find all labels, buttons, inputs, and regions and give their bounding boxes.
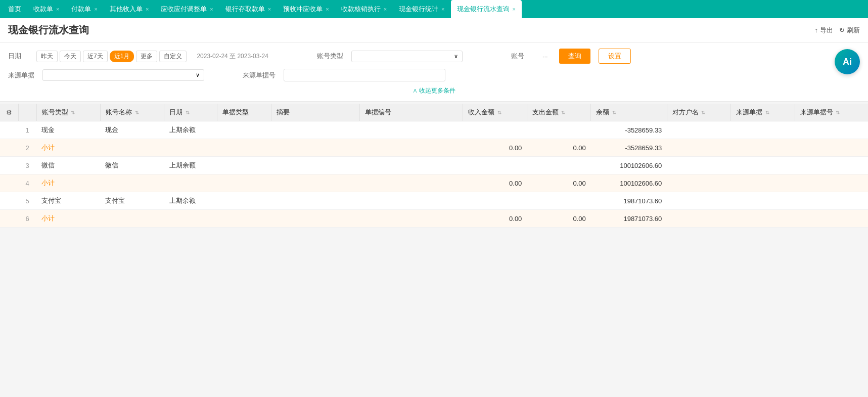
- row-account-type: 微信: [36, 157, 100, 174]
- row-source-doc: [731, 139, 795, 157]
- close-icon[interactable]: ×: [441, 0, 444, 18]
- row-doc-type: [217, 139, 271, 157]
- close-icon[interactable]: ×: [146, 0, 149, 18]
- nav-cash-bank-stats[interactable]: 现金银行统计 ×: [393, 0, 450, 18]
- date-label: 日期: [8, 52, 28, 61]
- nav-cash-bank-stats-label: 现金银行统计: [399, 0, 438, 18]
- date-btn-7days[interactable]: 近7天: [83, 51, 108, 62]
- refresh-label: 刷新: [847, 26, 860, 35]
- col-summary: 摘要: [271, 104, 359, 121]
- close-icon[interactable]: ×: [56, 0, 59, 18]
- col-account-type[interactable]: 账号类型 ⇅: [36, 104, 100, 121]
- col-doc-no: 单据编号: [360, 104, 463, 121]
- row-number: 2: [18, 139, 36, 157]
- row-number: 5: [18, 192, 36, 210]
- nav-receivable-adjust[interactable]: 应收应付调整单 ×: [155, 0, 219, 18]
- date-btn-custom[interactable]: 自定义: [159, 51, 187, 62]
- close-icon[interactable]: ×: [513, 0, 516, 18]
- col-balance[interactable]: 余额 ⇅: [591, 104, 667, 121]
- refresh-button[interactable]: ↻ 刷新: [839, 26, 860, 35]
- row-doc-no: [360, 121, 463, 139]
- close-icon[interactable]: ×: [94, 0, 97, 18]
- table-row: 5 支付宝 支付宝 上期余额 19871073.60: [0, 192, 868, 210]
- row-number: 6: [18, 210, 36, 228]
- close-icon[interactable]: ×: [384, 0, 387, 18]
- refresh-icon: ↻: [839, 26, 845, 34]
- close-icon[interactable]: ×: [268, 0, 271, 18]
- row-account-type: 小计: [36, 139, 100, 157]
- collapse-button[interactable]: ∧ 收起更多条件: [8, 86, 860, 95]
- export-icon: ↑: [815, 26, 818, 34]
- row-account-name: 微信: [100, 157, 164, 174]
- col-counterparty[interactable]: 对方户名 ⇅: [667, 104, 730, 121]
- row-doc-type: [217, 192, 271, 210]
- nav-bank-deposit[interactable]: 银行存取款单 ×: [219, 0, 277, 18]
- row-source-doc-no: [795, 157, 868, 174]
- row-expense: [527, 192, 590, 210]
- col-income[interactable]: 收入金额 ⇅: [463, 104, 527, 121]
- date-btn-yesterday[interactable]: 昨天: [36, 51, 58, 62]
- row-balance: -3528659.33: [591, 139, 667, 157]
- nav-collection-exec[interactable]: 收款核销执行 ×: [335, 0, 393, 18]
- nav-collection-exec-label: 收款核销执行: [341, 0, 381, 18]
- row-expense: 0.00: [527, 210, 590, 228]
- date-btn-more[interactable]: 更多: [136, 51, 157, 62]
- source-doc-select[interactable]: ∨: [42, 69, 204, 81]
- row-counterparty: [667, 192, 730, 210]
- col-settings[interactable]: ⚙: [0, 104, 18, 121]
- row-number: 1: [18, 121, 36, 139]
- table-row: 3 微信 微信 上期余额 100102606.60: [0, 157, 868, 174]
- ai-assistant-button[interactable]: Ai: [835, 49, 860, 74]
- source-doc-no-label: 来源单据号: [243, 71, 276, 80]
- table-area: ⚙ 账号类型 ⇅ 账号名称 ⇅ 日期 ⇅ 单据类型 摘要 单据编号 收入金额 ⇅…: [0, 104, 868, 228]
- page-title: 现金银行流水查询: [8, 23, 89, 37]
- close-icon[interactable]: ×: [326, 0, 329, 18]
- row-balance: 19871073.60: [591, 210, 667, 228]
- row-income: 0.00: [463, 174, 527, 192]
- row-doc-no: [360, 139, 463, 157]
- chevron-down-icon: ∨: [454, 53, 458, 60]
- row-doc-no: [360, 157, 463, 174]
- query-button[interactable]: 查询: [559, 49, 590, 64]
- col-source-doc-no[interactable]: 来源单据号 ⇅: [795, 104, 868, 121]
- nav-cash-bank-flow[interactable]: 现金银行流水查询 ×: [451, 0, 522, 18]
- account-label: 账号: [511, 52, 531, 61]
- account-dots-button[interactable]: ···: [539, 52, 551, 61]
- col-source-doc[interactable]: 来源单据 ⇅: [731, 104, 795, 121]
- col-doc-type: 单据类型: [217, 104, 271, 121]
- row-account-type: 现金: [36, 121, 100, 139]
- row-account-type: 支付宝: [36, 192, 100, 210]
- nav-payments[interactable]: 付款单 ×: [65, 0, 103, 18]
- nav-other-income-label: 其他收入单: [110, 0, 143, 18]
- row-account-type: 小计: [36, 174, 100, 192]
- date-range: 2023-02-24 至 2023-03-24: [197, 52, 268, 61]
- row-income: [463, 157, 527, 174]
- export-label: 导出: [820, 26, 833, 35]
- col-date[interactable]: 日期 ⇅: [164, 104, 217, 121]
- nav-home[interactable]: 首页: [2, 0, 27, 18]
- col-account-name[interactable]: 账号名称 ⇅: [100, 104, 164, 121]
- date-btn-today[interactable]: 今天: [60, 51, 81, 62]
- source-doc-no-input[interactable]: [284, 69, 445, 81]
- export-button[interactable]: ↑ 导出: [815, 26, 834, 35]
- row-source-doc-no: [795, 174, 868, 192]
- nav-advance-offset[interactable]: 预收冲应收单 ×: [277, 0, 335, 18]
- nav-receipts[interactable]: 收款单 ×: [27, 0, 65, 18]
- row-summary: [271, 157, 359, 174]
- nav-bank-deposit-label: 银行存取款单: [225, 0, 265, 18]
- date-btn-1month[interactable]: 近1月: [110, 51, 134, 62]
- col-expense[interactable]: 支出金额 ⇅: [527, 104, 590, 121]
- filter-area: 日期 昨天 今天 近7天 近1月 更多 自定义 2023-02-24 至 202…: [0, 42, 868, 102]
- settings-button[interactable]: 设置: [599, 49, 631, 64]
- close-icon[interactable]: ×: [210, 0, 213, 18]
- row-counterparty: [667, 210, 730, 228]
- account-type-select[interactable]: ∨: [351, 51, 463, 62]
- row-account-name: [100, 139, 164, 157]
- nav-other-income[interactable]: 其他收入单 ×: [104, 0, 155, 18]
- row-date: [164, 174, 217, 192]
- chevron-down-icon: ∨: [196, 72, 200, 78]
- row-doc-type: [217, 157, 271, 174]
- row-balance: -3528659.33: [591, 121, 667, 139]
- row-account-name: [100, 174, 164, 192]
- col-row-num: [18, 104, 36, 121]
